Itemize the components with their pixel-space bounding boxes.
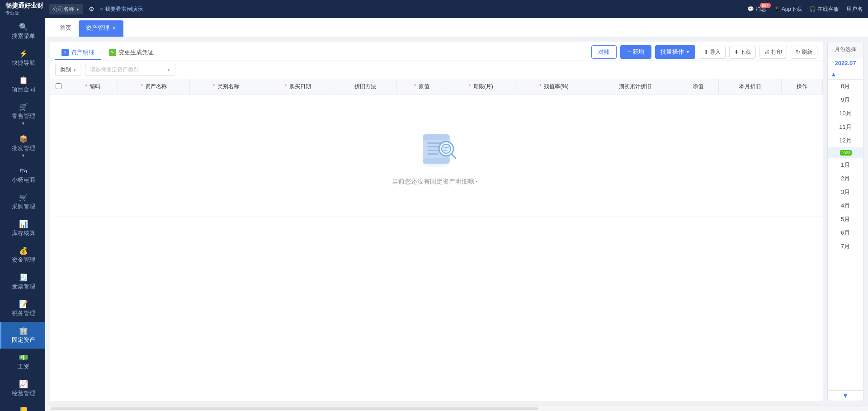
brand-sub: 专业版 bbox=[5, 10, 43, 16]
add-button[interactable]: + 新增 bbox=[620, 45, 651, 59]
print-label: 打印 bbox=[771, 48, 782, 56]
category-input-chevron-icon bbox=[167, 67, 170, 72]
sub-tabbar: ≡ 资产明细 ✎ 变更生成凭证 对账 + 新增 批量操作 ▼ bbox=[50, 42, 823, 61]
asset-table: * 编码 * 资产名称 * 类别名称 bbox=[50, 79, 823, 217]
quick-nav-icon: ⚡ bbox=[19, 49, 28, 58]
import-button[interactable]: ⬆ 导入 bbox=[699, 46, 726, 59]
horizontal-scrollbar[interactable] bbox=[51, 407, 538, 410]
month-item-8[interactable]: 8月 bbox=[828, 80, 863, 93]
month-item-2[interactable]: 2月 bbox=[828, 172, 863, 185]
year-badge: 2023 bbox=[840, 150, 852, 156]
month-item-7[interactable]: 7月 bbox=[828, 240, 863, 253]
import-icon: ⬆ bbox=[704, 49, 708, 55]
app-download-button[interactable]: 📱 App下载 bbox=[774, 5, 802, 13]
download-button[interactable]: ⬇ 下载 bbox=[729, 46, 756, 59]
th-operation: 操作 bbox=[782, 79, 823, 94]
month-item-5[interactable]: 5月 bbox=[828, 213, 863, 226]
main-panel: ≡ 资产明细 ✎ 变更生成凭证 对账 + 新增 批量操作 ▼ bbox=[50, 42, 823, 401]
sidebar-item-operations[interactable]: 📈 经营管理 bbox=[0, 375, 45, 402]
month-item-11[interactable]: 11月 bbox=[828, 120, 863, 134]
th-residual-rate: * 残值率(%) bbox=[515, 79, 593, 94]
download-label: 下载 bbox=[740, 48, 751, 56]
th-monthly-depreciation: 本月折旧 bbox=[719, 79, 782, 94]
month-item-10[interactable]: 10月 bbox=[828, 107, 863, 120]
sidebar-item-label: 搜索菜单 bbox=[12, 32, 35, 40]
month-item-1[interactable]: 1月 bbox=[828, 158, 863, 172]
svg-line-10 bbox=[451, 154, 456, 158]
select-all-checkbox[interactable] bbox=[56, 83, 61, 89]
th-period: * 期限(月) bbox=[447, 79, 515, 94]
operations-icon: 📈 bbox=[19, 380, 28, 388]
sidebar-item-quick-nav[interactable]: ⚡ 快捷导航 bbox=[0, 45, 45, 71]
month-item-4[interactable]: 4月 bbox=[828, 199, 863, 213]
refresh-button[interactable]: ↻ 刷新 bbox=[791, 46, 817, 59]
sub-tab-change-voucher[interactable]: ✎ 变更生成凭证 bbox=[103, 46, 160, 60]
month-prev-btn[interactable]: ▲ bbox=[830, 71, 837, 78]
sidebar-item-project[interactable]: 📋 项目合同 bbox=[0, 71, 45, 98]
sidebar-item-label: 快捷导航 bbox=[12, 59, 35, 67]
month-item-9[interactable]: 9月 bbox=[828, 93, 863, 107]
ledger-icon: 📒 bbox=[19, 406, 28, 411]
sidebar-item-search[interactable]: 🔍 搜索菜单 bbox=[0, 18, 45, 45]
tab-asset-management[interactable]: 资产管理 ✕ bbox=[79, 20, 123, 37]
tab-close-icon[interactable]: ✕ bbox=[112, 25, 116, 31]
th-checkbox bbox=[50, 79, 68, 94]
category-input[interactable]: 请选择固定资产类别 bbox=[85, 64, 175, 76]
sidebar-item-label: 小畅电商 bbox=[12, 176, 35, 184]
reconcile-button[interactable]: 对账 bbox=[591, 45, 617, 59]
sidebar-item-label: 经营管理 bbox=[12, 389, 35, 397]
company-name: 公司名称 bbox=[52, 5, 74, 13]
message-badge: 99+ bbox=[760, 3, 770, 8]
sub-tab-change-voucher-label: 变更生成凭证 bbox=[118, 48, 154, 57]
sidebar-item-label: 发票管理 bbox=[12, 283, 35, 291]
sidebar-item-fixed-assets[interactable]: 🏢 固定资产 bbox=[0, 322, 45, 349]
month-item-6[interactable]: 6月 bbox=[828, 226, 863, 240]
topbar-right: 💬 消息 99+ 📱 App下载 🎧 在线客服 用户名 bbox=[747, 5, 863, 13]
sidebar-item-ledger[interactable]: 📒 总账管理 bbox=[0, 402, 45, 411]
sidebar-item-label: 税务管理 bbox=[12, 309, 35, 317]
sidebar-item-salary[interactable]: 💵 工资 bbox=[0, 349, 45, 375]
month-selected[interactable]: 2022.07 bbox=[828, 57, 863, 69]
th-purchase-date: * 购买日期 bbox=[262, 79, 334, 94]
svg-point-9 bbox=[442, 144, 451, 153]
page-content: ≡ 资产明细 ✎ 变更生成凭证 对账 + 新增 批量操作 ▼ bbox=[45, 37, 868, 406]
month-item-12[interactable]: 12月 bbox=[828, 134, 863, 147]
filter-bar: 类别 请选择固定资产类别 bbox=[50, 61, 823, 79]
tab-home[interactable]: 首页 bbox=[52, 20, 79, 37]
company-selector[interactable]: 公司名称 bbox=[49, 4, 83, 14]
wholesale-icon: 📦 bbox=[19, 135, 28, 143]
online-service-button[interactable]: 🎧 在线客服 bbox=[809, 5, 839, 13]
sidebar-item-label: 采购管理 bbox=[12, 203, 35, 211]
month-list: 8月 9月 10月 11月 12月 2023 1月 2月 3月 4月 5月 6月… bbox=[828, 80, 863, 390]
tab-home-label: 首页 bbox=[60, 24, 71, 32]
service-label: 在线客服 bbox=[817, 5, 839, 13]
tabbar: 首页 资产管理 ✕ bbox=[45, 18, 868, 37]
user-menu[interactable]: 用户名 bbox=[846, 5, 863, 13]
sidebar-item-ecommerce[interactable]: 🛍 小畅电商 bbox=[0, 162, 45, 189]
sidebar: 🔍 搜索菜单 ⚡ 快捷导航 📋 项目合同 🛒 零售管理 ▼ 📦 批发管理 ▼ 🛍… bbox=[0, 18, 45, 411]
sub-tab-asset-detail[interactable]: ≡ 资产明细 bbox=[55, 46, 101, 60]
sidebar-item-label: 库存核算 bbox=[12, 229, 35, 237]
sidebar-item-retail[interactable]: 🛒 零售管理 ▼ bbox=[0, 98, 45, 130]
sidebar-item-wholesale[interactable]: 📦 批发管理 ▼ bbox=[0, 130, 45, 162]
month-item-3[interactable]: 3月 bbox=[828, 185, 863, 199]
sidebar-item-purchase[interactable]: 🛒 采购管理 bbox=[0, 189, 45, 215]
invoice-icon: 🧾 bbox=[19, 273, 28, 282]
batch-chevron-icon: ▼ bbox=[686, 50, 690, 54]
month-next-btn[interactable]: ▼ bbox=[842, 392, 849, 399]
sidebar-item-label: 批发管理 bbox=[12, 144, 35, 152]
brand-name: 畅捷通好业财 bbox=[5, 2, 43, 10]
svg-rect-3 bbox=[423, 158, 450, 164]
print-button[interactable]: 🖨 打印 bbox=[760, 46, 787, 59]
main-layout: 🔍 搜索菜单 ⚡ 快捷导航 📋 项目合同 🛒 零售管理 ▼ 📦 批发管理 ▼ 🛍… bbox=[0, 18, 868, 411]
message-button[interactable]: 💬 消息 99+ bbox=[747, 5, 766, 13]
sidebar-item-tax[interactable]: 📝 税务管理 bbox=[0, 295, 45, 322]
settings-icon[interactable]: ⚙ bbox=[89, 5, 94, 13]
batch-button[interactable]: 批量操作 ▼ bbox=[655, 45, 695, 59]
category-type-select[interactable]: 类别 bbox=[55, 64, 81, 76]
sidebar-item-invoice[interactable]: 🧾 发票管理 bbox=[0, 269, 45, 295]
table-area: * 编码 * 资产名称 * 类别名称 bbox=[50, 79, 823, 401]
sidebar-item-finance[interactable]: 💰 资金管理 bbox=[0, 242, 45, 269]
demo-link[interactable]: ○ 我要看实例演示 bbox=[100, 5, 143, 13]
sidebar-item-inventory[interactable]: 📊 库存核算 bbox=[0, 215, 45, 242]
